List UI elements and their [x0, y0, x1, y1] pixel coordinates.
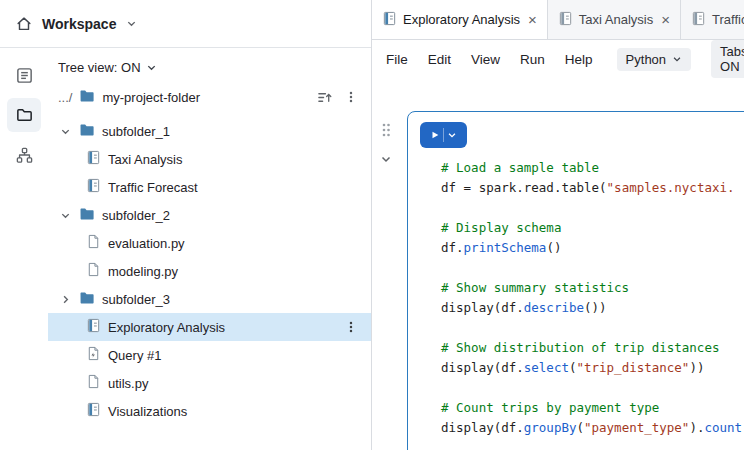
close-icon[interactable]: × [661, 12, 670, 27]
chevron-down-icon [146, 62, 157, 73]
menu-help[interactable]: Help [565, 52, 593, 67]
tree-view-toggle[interactable]: Tree view: ON [48, 54, 167, 83]
code-area[interactable]: # Load a sample tabledf = spark.read.tab… [408, 158, 744, 438]
tab-taxi-analysis[interactable]: Taxi Analysis × [548, 0, 681, 39]
tree-item-modeling-py[interactable]: modeling.py [48, 257, 371, 285]
folder-icon [79, 290, 95, 309]
menu-file[interactable]: File [386, 52, 408, 67]
folder-icon [79, 206, 95, 225]
kebab-menu-icon[interactable] [341, 317, 361, 337]
tree-item-traffic-forecast[interactable]: Traffic Forecast [48, 173, 371, 201]
tree-item-label: utils.py [108, 376, 148, 391]
menu-view[interactable]: View [471, 52, 500, 67]
sort-icon[interactable] [314, 87, 334, 107]
collapse-cell-chevron-icon[interactable] [380, 153, 392, 168]
folders-panel-icon[interactable] [7, 98, 41, 132]
cell-gutter [380, 122, 392, 168]
tree-item-exploratory-analysis[interactable]: Exploratory Analysis [48, 313, 371, 341]
code-line[interactable]: df = spark.read.table("samples.nyctaxi. [441, 178, 744, 198]
tree-item-label: subfolder_2 [102, 208, 170, 223]
code-line[interactable]: # Display schema [441, 218, 744, 238]
file-icon [86, 374, 101, 392]
icon-rail [0, 48, 48, 450]
tree-item-label: modeling.py [108, 264, 178, 279]
notebook-menubar: File Edit View Run Help Python Tabs: ON [372, 40, 744, 78]
tree-item-utils-py[interactable]: utils.py [48, 369, 371, 397]
tree-item-label: Taxi Analysis [108, 152, 182, 167]
tree-item-subfolder-1[interactable]: subfolder_1 [48, 117, 371, 145]
editor-panel: Exploratory Analysis × Taxi Analysis × T… [372, 0, 744, 450]
drag-handle-icon[interactable] [380, 122, 392, 141]
workspace-header: Workspace [0, 0, 371, 48]
catalog-icon[interactable] [7, 138, 41, 172]
notebook-cell[interactable]: # Load a sample tabledf = spark.read.tab… [407, 111, 744, 450]
code-line[interactable]: # Show distribution of trip distances [441, 338, 744, 358]
menu-run[interactable]: Run [520, 52, 545, 67]
tree-item-subfolder-3[interactable]: subfolder_3 [48, 285, 371, 313]
workspace-title: Workspace [42, 16, 116, 32]
notebook-icon [86, 318, 101, 336]
tree-item-subfolder-2[interactable]: subfolder_2 [48, 201, 371, 229]
code-line[interactable] [441, 198, 744, 218]
notebook-icon [691, 11, 706, 29]
chevron-down-icon[interactable] [58, 210, 72, 221]
tree-item-query-1[interactable]: Query #1 [48, 341, 371, 369]
code-line[interactable] [441, 318, 744, 338]
chevron-down-icon[interactable] [58, 126, 72, 137]
tree-item-label: Exploratory Analysis [108, 320, 225, 335]
left-panel: Workspace Tree view: ON .../ [0, 0, 372, 450]
chevron-right-icon[interactable] [58, 294, 72, 305]
home-icon[interactable] [14, 14, 34, 34]
language-selector[interactable]: Python [617, 48, 691, 71]
notebook-canvas: # Load a sample tabledf = spark.read.tab… [372, 78, 744, 450]
tree-item-evaluation-py[interactable]: evaluation.py [48, 229, 371, 257]
tab-label: Traffic Forecast [712, 12, 744, 27]
tab-traffic-forecast[interactable]: Traffic Forecast [681, 0, 744, 39]
editor-tab-bar: Exploratory Analysis × Taxi Analysis × T… [372, 0, 744, 40]
code-line[interactable]: # Count trips by payment type [441, 398, 744, 418]
tree-view-toggle-label: Tree view: ON [58, 60, 141, 75]
notebook-icon [86, 178, 101, 196]
tree-item-label: Visualizations [108, 404, 187, 419]
code-line[interactable]: display(df.select("trip_distance")) [441, 358, 744, 378]
code-line[interactable]: df.printSchema() [441, 238, 744, 258]
code-line[interactable]: display(df.describe()) [441, 298, 744, 318]
chevron-down-icon[interactable] [124, 18, 138, 29]
play-icon[interactable] [430, 128, 440, 143]
close-icon[interactable]: × [528, 12, 537, 27]
tree-item-label: evaluation.py [108, 236, 185, 251]
list-panel-icon[interactable] [7, 58, 41, 92]
tree-item-label: subfolder_3 [102, 292, 170, 307]
menu-edit[interactable]: Edit [428, 52, 451, 67]
code-line[interactable]: # Show summary statistics [441, 278, 744, 298]
code-line[interactable] [441, 378, 744, 398]
code-line[interactable]: display(df.groupBy("payment_type").count [441, 418, 744, 438]
notebook-icon [86, 150, 101, 168]
notebook-icon [86, 402, 101, 420]
language-selector-label: Python [626, 52, 666, 67]
code-line[interactable] [441, 258, 744, 278]
tab-exploratory-analysis[interactable]: Exploratory Analysis × [372, 0, 548, 39]
tree-root-folder[interactable]: .../ my-project-folder [48, 83, 371, 111]
tree-item-label: Traffic Forecast [108, 180, 198, 195]
notebook-icon [382, 11, 397, 29]
run-cell-button[interactable] [420, 122, 467, 148]
tree-item-taxi-analysis[interactable]: Taxi Analysis [48, 145, 371, 173]
folder-icon [79, 88, 95, 107]
folder-icon [79, 122, 95, 141]
kebab-menu-icon[interactable] [341, 87, 361, 107]
tabs-toggle-label: Tabs: ON [720, 44, 744, 74]
tab-label: Exploratory Analysis [403, 12, 520, 27]
tab-label: Taxi Analysis [579, 12, 653, 27]
file-tree: Tree view: ON .../ my-project-folder [48, 48, 371, 450]
tabs-toggle[interactable]: Tabs: ON [711, 40, 744, 78]
tree-item-visualizations[interactable]: Visualizations [48, 397, 371, 425]
file-icon [86, 262, 101, 280]
query-icon [86, 346, 101, 364]
code-line[interactable]: # Load a sample table [441, 158, 744, 178]
file-icon [86, 234, 101, 252]
tree-item-label: my-project-folder [102, 90, 200, 105]
chevron-down-icon[interactable] [447, 128, 457, 143]
tree-item-label: Query #1 [108, 348, 161, 363]
tree-item-label: subfolder_1 [102, 124, 170, 139]
